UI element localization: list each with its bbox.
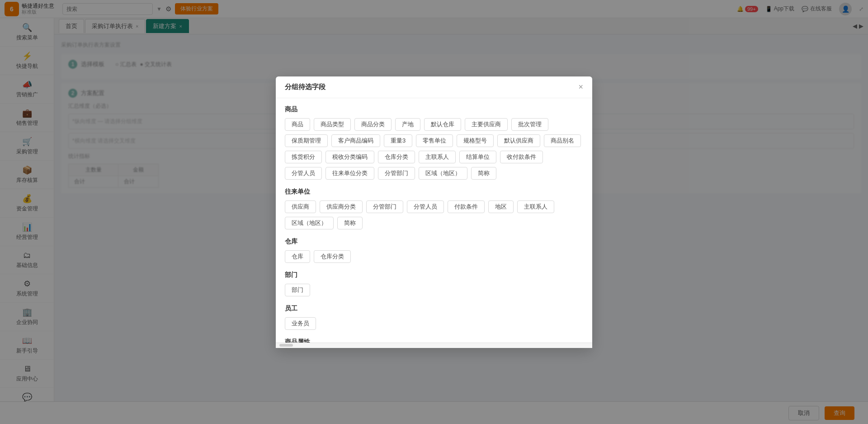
- category-2: 仓库仓库仓库分类: [285, 238, 583, 263]
- modal-close-btn[interactable]: ×: [578, 83, 583, 91]
- field-tag-1-3[interactable]: 分管人员: [407, 200, 444, 213]
- category-title-1: 往来单位: [285, 188, 583, 196]
- field-tag-0-15[interactable]: 税收分类编码: [326, 151, 374, 163]
- field-tag-0-3[interactable]: 产地: [395, 118, 420, 131]
- field-tag-1-1[interactable]: 供应商分类: [320, 200, 363, 213]
- field-tag-0-21[interactable]: 往来单位分类: [326, 167, 374, 180]
- modal-title: 分组待选字段: [285, 83, 326, 91]
- field-tag-0-23[interactable]: 区域（地区）: [419, 167, 467, 180]
- field-tag-0-12[interactable]: 默认供应商: [497, 134, 540, 147]
- hscroll-thumb: [279, 344, 293, 347]
- modal-body[interactable]: 商品商品商品类型商品分类产地默认仓库主要供应商批次管理保质期管理客户商品编码重量…: [276, 98, 592, 343]
- field-tag-1-2[interactable]: 分管部门: [366, 200, 403, 213]
- field-tag-3-0[interactable]: 部门: [285, 284, 310, 296]
- field-tag-0-0[interactable]: 商品: [285, 118, 310, 131]
- field-tag-0-22[interactable]: 分管部门: [378, 167, 415, 180]
- field-tag-0-6[interactable]: 批次管理: [511, 118, 548, 131]
- category-title-3: 部门: [285, 271, 583, 279]
- field-tag-0-19[interactable]: 收付款条件: [500, 151, 543, 163]
- category-3: 部门部门: [285, 271, 583, 296]
- field-tag-1-4[interactable]: 付款条件: [448, 200, 485, 213]
- field-tag-1-8[interactable]: 简称: [337, 217, 363, 229]
- field-tag-0-5[interactable]: 主要供应商: [465, 118, 508, 131]
- field-grid-1: 供应商供应商分类分管部门分管人员付款条件地区主联系人区域（地区）简称: [285, 200, 583, 229]
- category-0: 商品商品商品类型商品分类产地默认仓库主要供应商批次管理保质期管理客户商品编码重量…: [285, 105, 583, 180]
- category-title-5: 商品属性: [285, 338, 583, 343]
- field-tag-2-1[interactable]: 仓库分类: [314, 250, 351, 263]
- category-title-0: 商品: [285, 105, 583, 114]
- field-tag-0-1[interactable]: 商品类型: [314, 118, 351, 131]
- field-tag-1-7[interactable]: 区域（地区）: [285, 217, 334, 229]
- field-tag-0-10[interactable]: 零售单位: [416, 134, 453, 147]
- field-tag-0-13[interactable]: 商品别名: [544, 134, 581, 147]
- field-tag-0-20[interactable]: 分管人员: [285, 167, 322, 180]
- modal-overlay: 分组待选字段 × 商品商品商品类型商品分类产地默认仓库主要供应商批次管理保质期管…: [0, 0, 868, 424]
- field-tag-0-11[interactable]: 规格型号: [457, 134, 494, 147]
- field-tag-1-0[interactable]: 供应商: [285, 200, 316, 213]
- field-grid-3: 部门: [285, 284, 583, 296]
- category-1: 往来单位供应商供应商分类分管部门分管人员付款条件地区主联系人区域（地区）简称: [285, 188, 583, 229]
- field-tag-0-7[interactable]: 保质期管理: [285, 134, 328, 147]
- category-title-2: 仓库: [285, 238, 583, 246]
- field-tag-1-5[interactable]: 地区: [488, 200, 514, 213]
- category-5: 商品属性属性颜色多规格尺码鞋码1: [285, 338, 583, 343]
- field-select-modal: 分组待选字段 × 商品商品商品类型商品分类产地默认仓库主要供应商批次管理保质期管…: [276, 76, 592, 348]
- field-tag-0-24[interactable]: 简称: [471, 167, 496, 180]
- field-tag-2-0[interactable]: 仓库: [285, 250, 310, 263]
- category-4: 员工业务员: [285, 305, 583, 330]
- field-grid-4: 业务员: [285, 317, 583, 330]
- category-title-4: 员工: [285, 305, 583, 313]
- field-grid-0: 商品商品类型商品分类产地默认仓库主要供应商批次管理保质期管理客户商品编码重量3零…: [285, 118, 583, 180]
- field-tag-0-14[interactable]: 拣货积分: [285, 151, 322, 163]
- field-tag-0-8[interactable]: 客户商品编码: [331, 134, 380, 147]
- field-tag-0-9[interactable]: 重量3: [384, 134, 412, 147]
- modal-header: 分组待选字段 ×: [276, 76, 592, 98]
- field-tag-0-4[interactable]: 默认仓库: [424, 118, 461, 131]
- field-grid-2: 仓库仓库分类: [285, 250, 583, 263]
- field-tag-1-6[interactable]: 主联系人: [517, 200, 554, 213]
- field-tag-0-17[interactable]: 主联系人: [419, 151, 456, 163]
- field-tag-0-2[interactable]: 商品分类: [354, 118, 392, 131]
- modal-hscrollbar[interactable]: [276, 343, 592, 348]
- field-tag-4-0[interactable]: 业务员: [285, 317, 316, 330]
- field-tag-0-18[interactable]: 结算单位: [459, 151, 496, 163]
- field-tag-0-16[interactable]: 仓库分类: [378, 151, 415, 163]
